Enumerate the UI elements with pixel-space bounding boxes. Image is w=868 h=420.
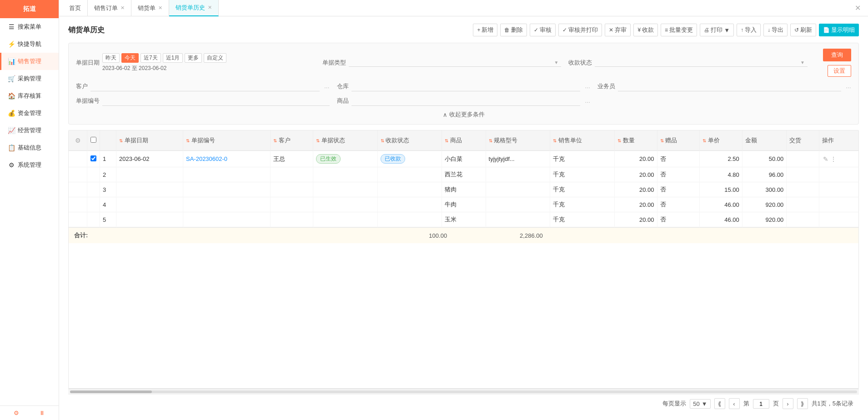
- date-btn-1month[interactable]: 近1月: [163, 53, 183, 63]
- goods-input[interactable]: [351, 96, 581, 106]
- print-button[interactable]: 🖨打印▼: [700, 24, 734, 36]
- row-no-0: 1: [100, 151, 116, 167]
- per-page-value: 50: [693, 400, 699, 407]
- table-row: 2 西兰花 千克 20.00 否 4.80 96.00: [69, 167, 858, 182]
- warehouse-input[interactable]: [351, 81, 581, 91]
- row-select-checkbox-0[interactable]: [90, 155, 96, 161]
- export-button[interactable]: ↓导出: [763, 24, 788, 36]
- row-doc-status-2: [313, 182, 378, 197]
- refresh-button[interactable]: ↺刷新: [790, 24, 816, 36]
- customer-input[interactable]: [90, 81, 320, 91]
- date-btn-today[interactable]: 今天: [121, 53, 139, 63]
- date-btn-more[interactable]: 更多: [185, 53, 202, 63]
- date-btn-yesterday[interactable]: 昨天: [102, 53, 120, 63]
- doc-type-select[interactable]: ▼: [349, 59, 562, 67]
- row-spec-2: [486, 182, 550, 197]
- sidebar-item-operations[interactable]: 📈经营管理: [0, 122, 59, 139]
- row-spec-0: tyjyjtyjdf...: [486, 151, 550, 167]
- row-settings-4: [69, 212, 87, 227]
- row-qty-3: 20.00: [614, 197, 657, 212]
- sidebar-item-search-menu[interactable]: ☰搜索菜单: [0, 18, 59, 35]
- staff-dots-btn[interactable]: …: [846, 83, 851, 90]
- tab-sales-delivery[interactable]: 销货单✕: [131, 0, 169, 16]
- goods-dots-btn[interactable]: …: [585, 98, 590, 104]
- pay-status-select[interactable]: ▼: [595, 59, 808, 67]
- staff-input[interactable]: [618, 81, 841, 91]
- show-detail-button[interactable]: 📄显示明细: [819, 24, 859, 36]
- sidebar-settings-btn[interactable]: ⚙: [14, 410, 19, 416]
- tab-sales-order[interactable]: 销售订单✕: [88, 0, 131, 16]
- first-page-btn[interactable]: ⟪: [714, 398, 725, 409]
- edit-action-icon-0[interactable]: ✎: [823, 155, 828, 163]
- sidebar-item-system[interactable]: ⚙系统管理: [0, 156, 59, 174]
- collapse-button[interactable]: ∧ 收起更多条件: [443, 110, 485, 119]
- batch-change-btn-label: 批量变更: [669, 26, 693, 34]
- sidebar-item-inventory[interactable]: 🏠库存核算: [0, 87, 59, 105]
- next-page-btn[interactable]: ›: [783, 398, 793, 409]
- table-settings-btn[interactable]: ⚙: [71, 134, 84, 147]
- doc-date-label: 单据日期: [76, 59, 100, 67]
- delete-button[interactable]: 🗑删除: [500, 24, 527, 36]
- audit-button[interactable]: ✓审核: [530, 24, 556, 36]
- select-all-checkbox[interactable]: [90, 137, 96, 143]
- collect-button[interactable]: ¥收款: [633, 24, 658, 36]
- sidebar-item-basic-info[interactable]: 📋基础信息: [0, 139, 59, 156]
- prev-page-btn[interactable]: ‹: [729, 398, 740, 409]
- row-action-4: [819, 212, 858, 227]
- sidebar-item-quick-nav[interactable]: ⚡快捷导航: [0, 35, 59, 53]
- table-row: 5 玉米 千克 20.00 否 46.00 920.00: [69, 212, 858, 227]
- collect-btn-label: 收款: [642, 26, 654, 34]
- date-btn-7days[interactable]: 近7天: [140, 53, 161, 63]
- toolbar: 销货单历史 +新增🗑删除✓审核✓审核并打印✕弃审¥收款≡批量变更🖨打印▼↑导入↓…: [68, 24, 859, 36]
- more-action-icon-0[interactable]: ⋮: [830, 155, 837, 163]
- col-pay-status: ⇅ 收款状态: [377, 130, 442, 151]
- goods-label: 商品: [337, 97, 349, 105]
- customer-dots-btn[interactable]: …: [324, 83, 330, 90]
- sidebar-item-finance[interactable]: 💰资金管理: [0, 105, 59, 122]
- row-doc-status-4: [313, 212, 378, 227]
- toggle-icon: ⏸: [39, 410, 45, 416]
- filter-doc-type: 单据类型 ▼: [322, 59, 562, 67]
- row-spec-1: [486, 167, 550, 182]
- close-all-tabs-button[interactable]: ✕: [851, 4, 864, 12]
- collapse-icon: ∧: [443, 111, 447, 118]
- new-button[interactable]: +新增: [473, 24, 497, 36]
- last-page-btn[interactable]: ⟫: [797, 398, 808, 409]
- row-unit-price-1: 4.80: [700, 167, 743, 182]
- filter-row-3: 单据编号 商品 …: [76, 96, 851, 106]
- col-doc-no: ⇅ 单据编号: [183, 130, 271, 151]
- select-arrow-icon2: ▼: [800, 60, 805, 65]
- sidebar-item-sales-mgmt[interactable]: 📊销售管理: [0, 53, 59, 70]
- tab-close-sales-delivery[interactable]: ✕: [158, 5, 162, 11]
- abandon-button[interactable]: ✕弃审: [605, 24, 631, 36]
- audit-print-button[interactable]: ✓审核并打印: [558, 24, 602, 36]
- tab-home[interactable]: 首页: [63, 0, 88, 16]
- query-button[interactable]: 查询: [823, 49, 851, 61]
- sidebar-toggle-btn[interactable]: ⏸: [39, 410, 45, 416]
- import-button[interactable]: ↑导入: [737, 24, 761, 36]
- collect-btn-icon: ¥: [637, 27, 641, 33]
- date-btn-custom[interactable]: 自定义: [204, 53, 226, 63]
- doc-type-label: 单据类型: [322, 59, 346, 67]
- tab-close-sales-history[interactable]: ✕: [208, 5, 212, 10]
- per-page-select[interactable]: 50 ▼: [690, 399, 710, 409]
- warehouse-dots-btn[interactable]: …: [585, 83, 590, 90]
- row-doc-status-3: [313, 197, 378, 212]
- col-transaction: 交货: [787, 130, 819, 151]
- page-number-input[interactable]: [753, 399, 769, 409]
- doc-no-input[interactable]: [102, 96, 330, 106]
- doc-no-link-0[interactable]: SA-20230602-0: [186, 155, 227, 162]
- sidebar-label-system: 系统管理: [18, 161, 41, 169]
- table-header-row: ⚙ ⇅ 单据日期 ⇅ 单据编号 ⇅ 客户 ⇅ 单据状态 ⇅ 收款状态 ⇅ 商品 …: [69, 130, 858, 151]
- tab-close-sales-order[interactable]: ✕: [120, 5, 125, 11]
- sidebar-item-purchase-mgmt[interactable]: 🛒采购管理: [0, 70, 59, 87]
- setup-button[interactable]: 设置: [828, 65, 851, 77]
- scrollbar-thumb[interactable]: [70, 390, 152, 393]
- batch-change-button[interactable]: ≡批量变更: [661, 24, 697, 36]
- row-action-2: [819, 182, 858, 197]
- basic-info-icon: 📋: [8, 144, 15, 151]
- horizontal-scrollbar[interactable]: [68, 389, 859, 394]
- tab-sales-history[interactable]: 销货单历史✕: [169, 0, 219, 16]
- date-filter: 昨天 今天 近7天 近1月 更多 自定义 2023-06-02 至 2023-0…: [102, 53, 226, 72]
- row-checkbox-2: [87, 182, 100, 197]
